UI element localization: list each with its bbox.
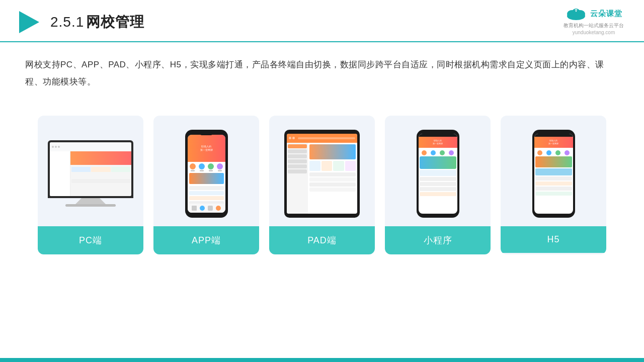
card-h5-label: H5: [501, 226, 606, 253]
card-pc-label: PC端: [38, 226, 143, 254]
card-h5: 职场人的第一堂网课: [501, 116, 606, 254]
device-app-phone: 职场人的第一堂网课: [185, 130, 228, 218]
description-text: 网校支持PC、APP、PAD、小程序、H5，实现多端打通，产品各终端自由切换，数…: [0, 42, 644, 96]
brand-url: yunduoketang.com: [573, 30, 615, 35]
card-pc: PC端: [38, 116, 143, 254]
cloud-icon: [565, 6, 587, 21]
card-pad: PAD端: [269, 116, 375, 254]
card-mini: 职场人的第一堂网课: [385, 116, 491, 254]
brand-name: 云朵课堂: [590, 9, 622, 19]
page-title: 2.5.1网校管理: [50, 13, 144, 32]
device-h5-phone: 职场人的第一堂网课: [532, 130, 575, 218]
logo-icon: [15, 9, 41, 35]
svg-marker-0: [19, 11, 39, 33]
device-ipad: [284, 130, 360, 218]
card-h5-image: 职场人的第一堂网课: [501, 116, 606, 226]
card-mini-label: 小程序: [385, 226, 491, 254]
page-header: 2.5.1网校管理 云朵课堂 教育机构一站式服务云平台 yunduoketang…: [0, 0, 644, 42]
card-app-image: 职场人的第一堂网课: [153, 116, 259, 226]
card-mini-image: 职场人的第一堂网课: [385, 116, 491, 226]
platform-cards: PC端 职场人的第一堂网课: [0, 101, 644, 275]
card-app: 职场人的第一堂网课: [153, 116, 259, 254]
brand-tagline: 教育机构一站式服务云平台: [564, 22, 624, 29]
svg-point-5: [576, 11, 577, 12]
card-app-label: APP端: [153, 226, 259, 254]
device-miniphone: 职场人的第一堂网课: [417, 130, 459, 218]
card-pad-image: [269, 116, 375, 226]
bottom-bar: [0, 358, 644, 362]
device-pc: [48, 140, 133, 207]
card-pad-label: PAD端: [269, 226, 375, 254]
card-pc-image: [38, 116, 143, 226]
brand-logo: 云朵课堂 教育机构一站式服务云平台 yunduoketang.com: [564, 6, 624, 35]
